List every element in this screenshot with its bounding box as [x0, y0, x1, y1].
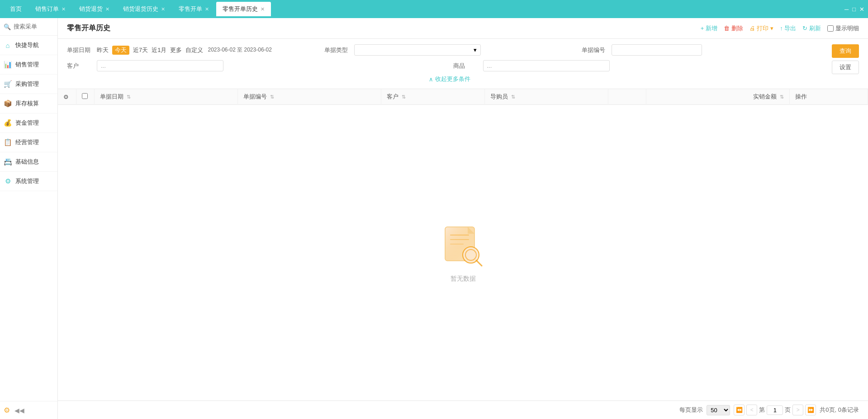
content-area: 零售开单历史 + 新增 🗑 删除 🖨 打印 ▾ ↑ 导出 ↻ 刷新	[58, 18, 868, 419]
date-custom[interactable]: 自定义	[185, 46, 203, 54]
sort-icon[interactable]: ⇅	[511, 94, 515, 99]
sort-icon[interactable]: ⇅	[402, 94, 406, 99]
tab-sales-return[interactable]: 销货退货 ✕	[73, 2, 116, 16]
next-page-btn[interactable]: >	[792, 405, 803, 415]
col-amount: 实销金额 ⇅	[646, 89, 790, 105]
sort-icon[interactable]: ⇅	[780, 94, 784, 99]
query-button[interactable]: 查询	[832, 44, 859, 58]
window-close-button[interactable]: ✕	[859, 6, 864, 13]
select-all-checkbox[interactable]	[82, 93, 88, 99]
goods-select[interactable]: ...	[483, 60, 610, 71]
per-page-label: 每页显示	[679, 406, 703, 414]
sidebar-item-sales[interactable]: 📊 销售管理	[0, 55, 57, 75]
date-more[interactable]: 更多	[170, 46, 182, 54]
prev-page-btn[interactable]: <	[746, 405, 757, 415]
query-settings-group: 查询 设置	[832, 44, 859, 74]
sidebar: 🔍 搜索采单 ⌂ 快捷导航 📊 销售管理 🛒 采购管理 📦 库存核算 💰 资金管…	[0, 18, 58, 419]
show-detail-checkbox[interactable]	[827, 25, 834, 32]
goods-label: 商品	[453, 62, 480, 70]
top-nav-bar: 首页 销售订单 ✕ 销货退货 ✕ 销货退货历史 ✕ 零售开单 ✕ 零售开单历史 …	[0, 0, 868, 18]
basic-info-icon: 📇	[4, 158, 12, 166]
page-input[interactable]	[767, 405, 783, 415]
close-icon[interactable]: ✕	[261, 6, 265, 12]
col-date: 单据日期 ⇅	[94, 89, 237, 105]
sidebar-item-finance[interactable]: 💰 资金管理	[0, 113, 57, 133]
docno-input[interactable]	[612, 44, 702, 56]
date-1month[interactable]: 近1月	[152, 46, 166, 54]
window-controls: ─ □ ✕	[844, 6, 864, 13]
sort-icon[interactable]: ⇅	[270, 94, 274, 99]
svg-line-5	[476, 260, 482, 266]
purchase-icon: 🛒	[4, 80, 12, 88]
print-dropdown-icon[interactable]: ▾	[770, 25, 773, 32]
delete-button[interactable]: 🗑 删除	[724, 24, 743, 33]
operations-icon: 📋	[4, 138, 12, 146]
tab-home[interactable]: 首页	[4, 2, 28, 16]
export-button[interactable]: ↑ 导出	[780, 24, 796, 33]
collapse-sidebar-icon[interactable]: ◀◀	[14, 407, 24, 414]
toolbar: + 新增 🗑 删除 🖨 打印 ▾ ↑ 导出 ↻ 刷新 显示明细	[701, 24, 859, 33]
table-settings-icon[interactable]: ⚙	[63, 94, 69, 100]
sidebar-item-quick-nav[interactable]: ⌂ 快捷导航	[0, 36, 57, 55]
table-checkbox-header	[76, 89, 94, 105]
date-filter-group: 单据日期 昨天 今天 近7天 近1月 更多 自定义 2023-06-02 至 2…	[67, 46, 317, 55]
filter-row-1: 单据日期 昨天 今天 近7天 近1月 更多 自定义 2023-06-02 至 2…	[67, 44, 832, 56]
page-header: 零售开单历史 + 新增 🗑 删除 🖨 打印 ▾ ↑ 导出 ↻ 刷新	[58, 18, 868, 39]
goods-dots: ...	[487, 62, 492, 69]
main-layout: 🔍 搜索采单 ⌂ 快捷导航 📊 销售管理 🛒 采购管理 📦 库存核算 💰 资金管…	[0, 18, 868, 419]
close-icon[interactable]: ✕	[105, 6, 109, 12]
col-empty	[608, 89, 646, 105]
customer-select[interactable]: ...	[97, 60, 223, 71]
search-icon: 🔍	[4, 24, 11, 30]
show-detail-label: 显示明细	[827, 24, 859, 33]
settings-gear-icon[interactable]: ⚙	[4, 406, 10, 414]
sidebar-search[interactable]: 🔍 搜索采单	[0, 18, 57, 36]
date-7days[interactable]: 近7天	[133, 46, 148, 54]
customer-dots: ...	[101, 62, 106, 69]
col-action: 操作	[790, 89, 868, 105]
sidebar-item-basic-info[interactable]: 📇 基础信息	[0, 152, 57, 172]
finance-icon: 💰	[4, 119, 12, 127]
close-icon[interactable]: ✕	[161, 6, 165, 12]
sort-icon[interactable]: ⇅	[127, 94, 131, 99]
sidebar-item-operations[interactable]: 📋 经营管理	[0, 133, 57, 152]
pagination: 每页显示 50 100 200 ⏪ < 第 页 > ⏩ 共0页, 0条记录	[58, 400, 868, 419]
table-header-row: ⚙ 单据日期 ⇅ 单据编号 ⇅	[58, 89, 868, 105]
tab-sales-order[interactable]: 销售订单 ✕	[29, 2, 72, 16]
sidebar-item-purchase[interactable]: 🛒 采购管理	[0, 75, 57, 94]
minimize-button[interactable]: ─	[844, 6, 849, 13]
date-today[interactable]: 今天	[112, 46, 129, 55]
last-page-btn[interactable]: ⏩	[805, 405, 816, 415]
per-page-select[interactable]: 50 100 200	[707, 405, 730, 415]
sidebar-bottom: ⚙ ◀◀	[0, 401, 57, 419]
home-icon: ⌂	[4, 42, 12, 49]
sidebar-item-inventory[interactable]: 📦 库存核算	[0, 94, 57, 113]
goods-filter-group: 商品 ...	[453, 60, 832, 71]
tab-retail-order-history[interactable]: 零售开单历史 ✕	[216, 2, 271, 16]
type-select[interactable]: ▾	[354, 44, 481, 56]
refresh-button[interactable]: ↻ 刷新	[802, 24, 821, 33]
print-button[interactable]: 🖨 打印 ▾	[749, 24, 774, 33]
add-button[interactable]: + 新增	[701, 24, 717, 33]
sidebar-item-system[interactable]: ⚙ 系统管理	[0, 172, 57, 191]
date-shortcuts: 昨天 今天 近7天 近1月 更多 自定义	[97, 46, 203, 55]
tab-sales-return-history[interactable]: 销货退货历史 ✕	[117, 2, 171, 16]
date-range-display: 2023-06-02 至 2023-06-02	[208, 46, 271, 54]
empty-illustration	[438, 222, 488, 268]
type-filter-group: 单据类型 ▾	[324, 44, 574, 56]
inventory-icon: 📦	[4, 99, 12, 108]
filter-settings-button[interactable]: 设置	[832, 61, 859, 74]
maximize-button[interactable]: □	[852, 6, 856, 13]
close-icon[interactable]: ✕	[62, 6, 66, 12]
page-prefix-label: 第	[759, 406, 765, 414]
filter-fields: 单据日期 昨天 今天 近7天 近1月 更多 自定义 2023-06-02 至 2…	[67, 44, 832, 83]
col-guide: 导购员 ⇅	[484, 89, 608, 105]
tab-retail-order[interactable]: 零售开单 ✕	[172, 2, 215, 16]
type-label: 单据类型	[324, 46, 351, 54]
close-icon[interactable]: ✕	[205, 6, 209, 12]
date-yesterday[interactable]: 昨天	[97, 46, 109, 54]
total-label: 共0页, 0条记录	[820, 406, 859, 414]
first-page-btn[interactable]: ⏪	[734, 405, 745, 415]
empty-state: 暂无数据	[58, 105, 868, 400]
collapse-more-btn[interactable]: ∧ 收起更多条件	[67, 75, 832, 83]
